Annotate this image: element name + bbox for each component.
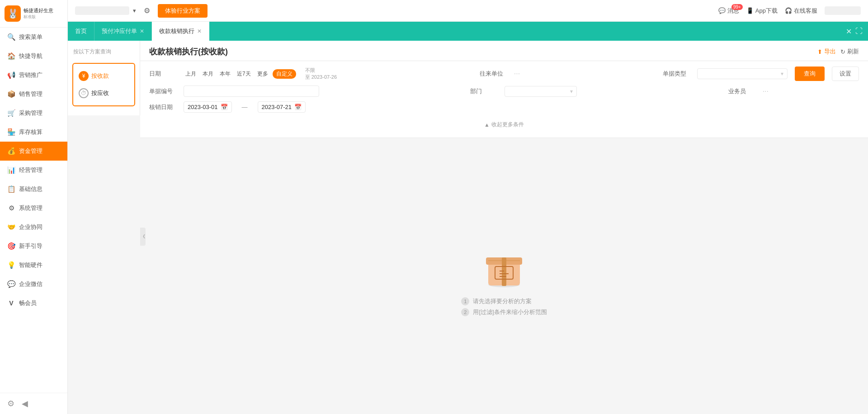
sidebar-item-purchase[interactable]: 🛒 采购管理: [0, 104, 67, 123]
date-to: 至 2023-07-26: [305, 74, 337, 81]
app-download-button[interactable]: 📱 App下载: [746, 7, 778, 15]
sales-icon: 📦: [7, 90, 15, 98]
sidebar-collapse-icon[interactable]: ◀: [22, 399, 28, 409]
sidebar-item-inventory[interactable]: 🏪 库存核算: [0, 123, 67, 142]
tab-close-receivable[interactable]: ✕: [197, 28, 202, 34]
sidebar-item-search-menu[interactable]: 🔍 搜索菜单: [0, 28, 67, 47]
filter-panel: 按以下方案查询 ¥ 按收款 ⏱ 按应收: [68, 41, 140, 115]
verify-date-start[interactable]: 2023-03-01 📅: [184, 101, 232, 113]
tab-close-prepay[interactable]: ✕: [140, 28, 144, 34]
receivable-icon: ⏱: [79, 88, 89, 98]
date-label: 日期: [149, 70, 176, 78]
settings-gear-button[interactable]: ⚙: [140, 4, 154, 18]
account-selector[interactable]: [75, 6, 129, 15]
sidebar-item-enterprise-collab[interactable]: 🤝 企业协同: [0, 218, 67, 237]
doc-no-input-wrapper[interactable]: [184, 86, 319, 97]
sidebar-item-sales[interactable]: 📦 销售管理: [0, 85, 67, 104]
sidebar-item-smart-hardware[interactable]: 💡 智能硬件: [0, 256, 67, 275]
date-more[interactable]: 更多: [255, 69, 270, 79]
date-7days[interactable]: 近7天: [235, 69, 253, 79]
query-button[interactable]: 查询: [795, 67, 825, 81]
sidebar-item-finance[interactable]: 💰 资金管理: [0, 142, 67, 161]
tab-receivable-offset[interactable]: 收款核销执行 ✕: [152, 22, 209, 41]
empty-state: 1 请先选择要分析的方案 2 用[过滤]条件来缩小分析范围: [140, 138, 868, 414]
date-last-month[interactable]: 上月: [184, 69, 198, 79]
sidebar-item-basic-info[interactable]: 📋 基础信息: [0, 180, 67, 199]
inventory-icon: 🏪: [7, 128, 15, 136]
collapse-more-btn[interactable]: ▲ 收起更多条件: [149, 117, 859, 132]
main-wrapper: ▾ ⚙ 体验行业方案 💬 消息 99+ 📱 App下载 🎧 在线客服 首: [68, 0, 868, 414]
tab-home[interactable]: 首页: [68, 22, 94, 41]
empty-illustration: [477, 236, 531, 290]
settings-button[interactable]: 设置: [832, 67, 859, 81]
date-custom[interactable]: 自定义: [273, 69, 296, 79]
doc-no-input[interactable]: [188, 88, 315, 95]
quick-nav-icon: 🏠: [7, 52, 15, 60]
sidebar-item-vip-member[interactable]: V 畅会员: [0, 294, 67, 313]
system-icon: ⚙: [7, 204, 15, 212]
refresh-button[interactable]: ↻ 刷新: [840, 48, 859, 56]
counterparty-label: 往来单位: [480, 70, 507, 78]
sidebar-item-marketing[interactable]: 📢 营销推广: [0, 66, 67, 85]
filter-row-2: 单据编号 部门 ▾ 业务员 ···: [149, 86, 859, 97]
page-title-row: 收款核销执行(按收款) ⬆ 导出 ↻ 刷新: [149, 46, 859, 57]
tabbar: 首页 预付冲应付单 ✕ 收款核销执行 ✕ ✕ ⛶: [68, 22, 868, 41]
sidebar-item-operations[interactable]: 📊 经营管理: [0, 161, 67, 180]
counterparty-dots[interactable]: ···: [514, 70, 520, 78]
salesperson-dots[interactable]: ···: [763, 87, 769, 95]
message-icon: 💬: [718, 7, 726, 14]
verify-date-end[interactable]: 2023-07-21 📅: [258, 101, 306, 113]
department-label: 部门: [470, 87, 497, 95]
filter-by-receivable[interactable]: ⏱ 按应收: [73, 85, 134, 102]
department-select[interactable]: ▾: [505, 86, 577, 97]
sidebar-nav: 🔍 搜索菜单 🏠 快捷导航 📢 营销推广 📦 销售管理 🛒 采购管理 🏪 库存核…: [0, 28, 67, 393]
page-title: 收款核销执行(按收款): [149, 46, 228, 57]
vip-member-icon: V: [7, 299, 15, 307]
date-this-month[interactable]: 本月: [201, 69, 215, 79]
sidebar-item-beginner-guide[interactable]: 🎯 新手引导: [0, 237, 67, 256]
tab-restore-icon[interactable]: ⛶: [855, 27, 863, 35]
account-dropdown-arrow[interactable]: ▾: [133, 7, 136, 14]
tab-prepay-conflict[interactable]: 预付冲应付单 ✕: [94, 22, 152, 41]
user-info[interactable]: [825, 6, 861, 15]
customer-service-button[interactable]: 🎧 在线客服: [785, 7, 817, 15]
search-form: 日期 上月 本月 本年 近7天 更多 自定义 不限 至 2023-07-26: [140, 61, 868, 138]
doc-type-label: 单据类型: [663, 70, 690, 78]
page-header-actions: ⬆ 导出 ↻ 刷新: [817, 48, 859, 56]
tab-close-icon[interactable]: ✕: [846, 27, 852, 36]
enterprise-collab-icon: 🤝: [7, 223, 15, 231]
messages-badge: 99+: [731, 4, 743, 10]
sidebar-item-system[interactable]: ⚙ 系统管理: [0, 199, 67, 218]
beginner-guide-icon: 🎯: [7, 242, 15, 250]
purchase-icon: 🛒: [7, 109, 15, 117]
topbar-left: ▾ ⚙ 体验行业方案: [75, 4, 713, 18]
collapse-icon: ▲: [484, 122, 490, 128]
salesperson-label: 业务员: [728, 87, 755, 95]
operations-icon: 📊: [7, 166, 15, 174]
sidebar-settings-icon[interactable]: ⚙: [7, 399, 14, 409]
sidebar-item-quick-nav[interactable]: 🏠 快捷导航: [0, 47, 67, 66]
empty-hint-1: 1 请先选择要分析的方案: [461, 297, 547, 305]
app-name: 畅捷通好生意: [24, 7, 53, 14]
industry-solution-button[interactable]: 体验行业方案: [158, 4, 208, 18]
main-area: 收款核销执行(按收款) ⬆ 导出 ↻ 刷新: [140, 41, 868, 414]
service-icon: 🎧: [785, 7, 792, 14]
refresh-icon: ↻: [840, 48, 845, 55]
export-icon: ⬆: [817, 48, 822, 55]
sidebar-item-enterprise-wechat[interactable]: 💬 企业微信: [0, 275, 67, 294]
filter-row-1: 日期 上月 本月 本年 近7天 更多 自定义 不限 至 2023-07-26: [149, 67, 859, 81]
filter-by-receipt[interactable]: ¥ 按收款: [73, 67, 134, 85]
chevron-down-icon: ▾: [133, 7, 136, 14]
calendar-icon-start: 📅: [221, 104, 228, 110]
date-no-limit: 不限: [305, 67, 337, 74]
messages-button[interactable]: 💬 消息 99+: [718, 7, 739, 15]
filter-section: ¥ 按收款 ⏱ 按应收: [72, 63, 135, 106]
topbar-right: 💬 消息 99+ 📱 App下载 🎧 在线客服: [718, 6, 861, 15]
document-type-select[interactable]: ▾: [697, 68, 788, 79]
date-this-year[interactable]: 本年: [218, 69, 232, 79]
empty-text: 1 请先选择要分析的方案 2 用[过滤]条件来缩小分析范围: [461, 297, 547, 316]
export-button[interactable]: ⬆ 导出: [817, 48, 836, 56]
app-icon: 📱: [746, 7, 754, 14]
verify-date-label: 核销日期: [149, 103, 176, 111]
filter-panel-toggle[interactable]: 《: [140, 228, 146, 246]
